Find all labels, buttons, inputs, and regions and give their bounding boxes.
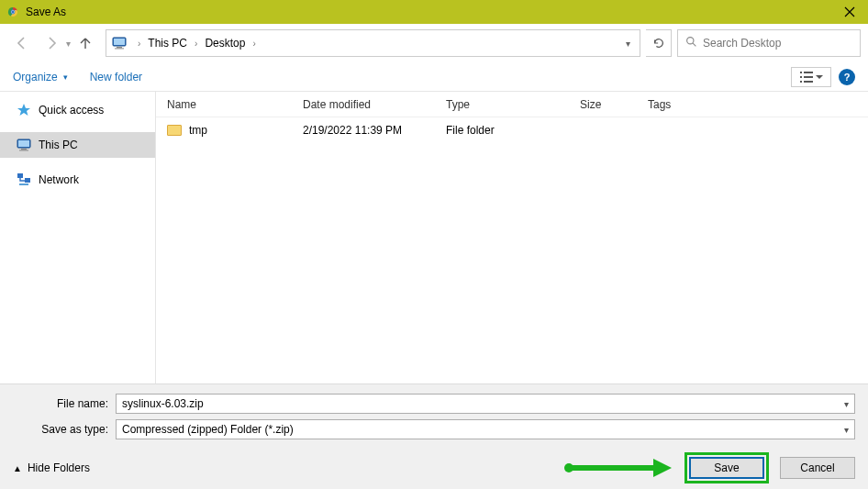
chevron-down-icon[interactable]: ▾ [844, 399, 849, 409]
file-row[interactable]: tmp 2/19/2022 11:39 PM File folder [156, 117, 868, 143]
folder-icon [167, 125, 182, 136]
sidebar-item-thispc[interactable]: This PC [0, 132, 155, 158]
nav-recent-dropdown[interactable]: ▾ [66, 39, 71, 49]
chevron-up-icon: ▲ [13, 463, 22, 473]
search-input[interactable]: Search Desktop [677, 29, 861, 57]
hide-folders-button[interactable]: ▲ Hide Folders [13, 461, 90, 474]
svg-rect-20 [25, 178, 30, 183]
save-button[interactable]: Save [689, 457, 764, 479]
toolbar: Organize ▾ New folder ? [0, 62, 868, 92]
star-icon [17, 103, 33, 117]
file-type: File folder [435, 124, 569, 137]
saveastype-label: Save as type: [13, 423, 116, 436]
cancel-button[interactable]: Cancel [780, 457, 855, 479]
search-placeholder: Search Desktop [703, 37, 781, 50]
help-button[interactable]: ? [839, 69, 855, 85]
svg-rect-18 [19, 150, 28, 150]
sidebar-item-quick-access[interactable]: Quick access [0, 97, 155, 123]
chevron-right-icon[interactable]: › [189, 39, 203, 49]
svg-point-3 [12, 11, 15, 14]
column-headers: Name Date modified Type Size Tags [156, 92, 868, 117]
svg-rect-12 [804, 76, 813, 78]
main-area: Quick access This PC Network Name Date m… [0, 92, 868, 383]
svg-rect-23 [569, 465, 653, 471]
cancel-button-label: Cancel [800, 461, 834, 474]
address-dropdown[interactable]: ▾ [619, 39, 636, 49]
svg-rect-9 [800, 72, 802, 73]
file-list: Name Date modified Type Size Tags tmp 2/… [156, 92, 868, 383]
save-button-label: Save [714, 461, 739, 474]
bottom-panel: File name: syslinux-6.03.zip ▾ Save as t… [0, 383, 868, 489]
nav-back-button[interactable] [11, 32, 33, 54]
chevron-right-icon[interactable]: › [247, 39, 261, 49]
app-icon [6, 5, 20, 19]
sidebar-item-network[interactable]: Network [0, 167, 155, 193]
svg-point-8 [687, 38, 694, 44]
refresh-button[interactable] [646, 29, 672, 57]
col-size[interactable]: Size [569, 98, 637, 111]
address-bar[interactable]: › This PC › Desktop › ▾ [106, 29, 640, 57]
svg-rect-5 [114, 39, 125, 45]
close-icon [844, 6, 855, 17]
organize-dropdown-icon[interactable]: ▾ [63, 72, 68, 82]
svg-rect-10 [804, 72, 813, 73]
navbar: ▾ › This PC › Desktop › ▾ Search Desktop [0, 24, 868, 62]
saveastype-select[interactable]: Compressed (zipped) Folder (*.zip) ▾ [116, 419, 855, 439]
nav-up-button[interactable] [74, 32, 96, 54]
svg-rect-14 [804, 81, 813, 83]
view-button[interactable] [791, 67, 831, 87]
sidebar-label: Quick access [39, 104, 104, 117]
chevron-down-icon[interactable]: ▾ [844, 425, 849, 435]
svg-rect-21 [19, 183, 28, 185]
col-name[interactable]: Name [156, 98, 292, 111]
svg-rect-17 [21, 149, 27, 150]
sidebar-label: Network [39, 173, 79, 186]
file-date: 2/19/2022 11:39 PM [292, 124, 435, 137]
filename-label: File name: [13, 397, 116, 410]
svg-rect-19 [17, 173, 23, 178]
breadcrumb-thispc[interactable]: This PC [146, 37, 189, 50]
network-icon [17, 173, 33, 186]
col-type[interactable]: Type [435, 98, 569, 111]
svg-rect-7 [115, 48, 124, 49]
close-button[interactable] [837, 0, 862, 24]
filename-value: syslinux-6.03.zip [122, 397, 204, 410]
organize-button[interactable]: Organize [13, 71, 58, 83]
col-date[interactable]: Date modified [292, 98, 435, 111]
svg-rect-13 [800, 81, 802, 83]
saveastype-value: Compressed (zipped) Folder (*.zip) [122, 423, 294, 436]
titlebar: Save As [0, 0, 868, 24]
search-icon [685, 36, 697, 50]
sidebar: Quick access This PC Network [0, 92, 156, 383]
svg-rect-11 [800, 76, 802, 78]
hide-folders-label: Hide Folders [28, 461, 90, 474]
refresh-icon [652, 37, 665, 50]
svg-rect-6 [117, 47, 122, 48]
thispc-icon [17, 139, 33, 151]
sidebar-label: This PC [39, 139, 78, 151]
save-button-highlight: Save [684, 452, 769, 483]
window-title: Save As [26, 6, 66, 18]
view-icon [800, 72, 813, 83]
new-folder-button[interactable]: New folder [90, 71, 142, 83]
thispc-icon [112, 37, 128, 50]
nav-forward-button[interactable] [40, 32, 62, 54]
filename-input[interactable]: syslinux-6.03.zip ▾ [116, 394, 855, 414]
svg-rect-16 [18, 140, 29, 147]
annotation-arrow [562, 459, 672, 477]
col-tags[interactable]: Tags [637, 98, 710, 111]
breadcrumb-desktop[interactable]: Desktop [203, 37, 247, 50]
file-name: tmp [189, 124, 207, 137]
chevron-right-icon[interactable]: › [132, 39, 146, 49]
